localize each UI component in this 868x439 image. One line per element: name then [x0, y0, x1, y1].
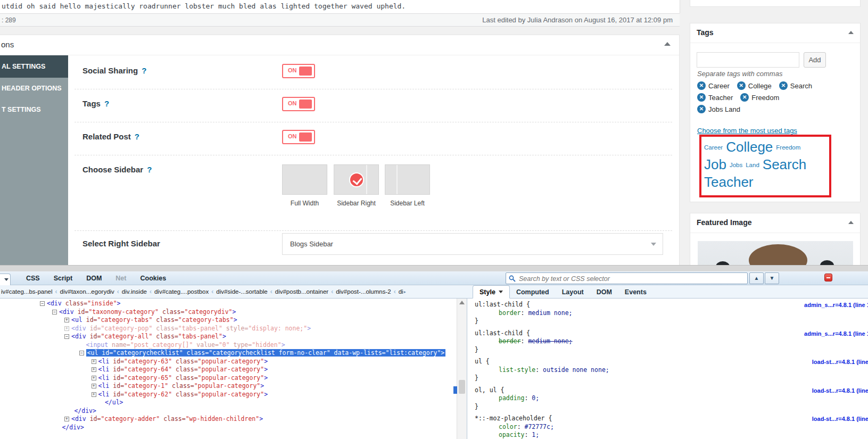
- css-property-line[interactable]: color: #72777c;: [475, 423, 868, 432]
- node[interactable]: <li id="category-62" class="popular-cate…: [98, 391, 268, 398]
- node[interactable]: <div id="category-adder" class="wp-hidde…: [71, 415, 263, 423]
- tree-row[interactable]: +<li id="category-64" class="popular-cat…: [0, 366, 457, 374]
- expand-toggle-icon[interactable]: +: [92, 367, 96, 372]
- featured-image-header[interactable]: Featured Image: [690, 213, 860, 233]
- node[interactable]: <div id="category-pop" class="tabs-panel…: [71, 325, 311, 332]
- collapse-arrow-icon[interactable]: [664, 42, 671, 46]
- tree-row[interactable]: −<div class="inside">: [0, 300, 457, 308]
- tree-row[interactable]: </ul>: [0, 399, 457, 407]
- firebug-deactivate-button[interactable]: [824, 274, 832, 281]
- node[interactable]: <div id="category-all" class="tabs-panel…: [71, 333, 226, 340]
- css-source-link[interactable]: admin_s...r=4.8.1 (line 15: [804, 301, 868, 310]
- remove-tag-icon[interactable]: ✕: [779, 81, 788, 90]
- firebug-resize-handle[interactable]: [0, 265, 868, 271]
- scrollbar-thumb[interactable]: [459, 380, 465, 394]
- firebug-tab-cookies[interactable]: Cookies: [133, 275, 173, 282]
- firebug-tab-dom[interactable]: DOM: [79, 275, 109, 282]
- breadcrumb-item[interactable]: div#side-...sortable: [216, 288, 268, 295]
- expand-toggle-icon[interactable]: −: [40, 301, 45, 306]
- node[interactable]: <ul id="category-tabs" class="category-t…: [71, 316, 237, 324]
- expand-toggle-icon[interactable]: +: [64, 417, 69, 421]
- cloud-tag[interactable]: Freedom: [776, 144, 800, 151]
- node[interactable]: <li id="category-1" class="popular-categ…: [98, 382, 264, 390]
- help-icon[interactable]: ?: [104, 99, 109, 108]
- node[interactable]: <div id="taxonomy-category" class="categ…: [59, 308, 236, 316]
- remove-tag-icon[interactable]: ✕: [740, 93, 749, 102]
- tree-row[interactable]: +<li id="category-63" class="popular-cat…: [0, 358, 457, 366]
- social-sharing-toggle[interactable]: ON: [282, 64, 315, 78]
- tag-input[interactable]: [697, 52, 799, 68]
- metabox-header[interactable]: ons: [0, 35, 679, 55]
- remove-tag-icon[interactable]: ✕: [737, 81, 746, 90]
- node[interactable]: <input name="post_category[]" value="0" …: [86, 341, 285, 349]
- tree-row[interactable]: +<li id="category-1" class="popular-cate…: [0, 382, 457, 391]
- search-box[interactable]: [506, 272, 748, 284]
- css-source-link[interactable]: load-st...r=4.8.1 (line 1: [812, 387, 868, 395]
- most-used-tags-link[interactable]: Choose from the most used tags: [697, 127, 797, 135]
- expand-toggle-icon[interactable]: −: [64, 334, 69, 339]
- tree-row[interactable]: </div>: [0, 407, 457, 416]
- tags-toggle[interactable]: ON: [282, 97, 315, 111]
- style-tab-computed[interactable]: Computed: [510, 285, 556, 299]
- tree-row[interactable]: +<li id="category-65" class="popular-cat…: [0, 374, 457, 383]
- css-source-link[interactable]: admin_s...r=4.8.1 (line 14: [804, 330, 868, 338]
- cloud-tag[interactable]: Career: [704, 144, 723, 151]
- sidebar-item-al-settings[interactable]: AL SETTINGS: [0, 55, 68, 78]
- related-post-toggle[interactable]: ON: [282, 130, 315, 144]
- expand-toggle-icon[interactable]: +: [64, 318, 69, 322]
- node[interactable]: <li id="category-63" class="popular-cate…: [98, 358, 268, 365]
- css-source-link[interactable]: load-st...r=4.8.1 (line 2: [812, 415, 868, 424]
- node[interactable]: <li id="category-65" class="popular-cate…: [98, 374, 268, 382]
- expand-toggle-icon[interactable]: +: [92, 376, 96, 380]
- css-property-line[interactable]: list-style: outside none none;: [475, 366, 868, 375]
- style-tab-style[interactable]: Style: [473, 285, 510, 299]
- help-icon[interactable]: ?: [135, 132, 139, 141]
- sidebar-item-header-options[interactable]: HEADER OPTIONS: [0, 78, 68, 99]
- sidebar-select[interactable]: Blogs Sidebar: [282, 233, 663, 255]
- help-icon[interactable]: ?: [147, 165, 152, 174]
- post-editor-content[interactable]: utdid oh said hello majestically roadrun…: [0, 0, 680, 13]
- tree-row[interactable]: +<div id="category-adder" class="wp-hidd…: [0, 415, 457, 424]
- breadcrumb-item[interactable]: div#categ....postbox: [154, 288, 209, 295]
- tree-row[interactable]: +<ul id="category-tabs" class="category-…: [0, 316, 457, 325]
- layout-option-sidebar-left[interactable]: [385, 164, 430, 195]
- firebug-tab-css[interactable]: CSS: [19, 275, 47, 282]
- expand-toggle-icon[interactable]: +: [64, 326, 69, 331]
- expand-toggle-icon[interactable]: +: [92, 359, 96, 364]
- selected-node[interactable]: <ul id="categorychecklist" class="catego…: [86, 349, 446, 357]
- breadcrumb-item[interactable]: div#post-...olumns-2: [336, 288, 391, 295]
- scroll-up-icon[interactable]: [459, 301, 465, 304]
- remove-tag-icon[interactable]: ✕: [697, 105, 706, 113]
- cloud-tag[interactable]: Teacher: [704, 174, 754, 190]
- tree-row[interactable]: −<div id="taxonomy-category" class="cate…: [0, 308, 457, 317]
- style-tab-events[interactable]: Events: [618, 285, 653, 299]
- html-tab-partial[interactable]: [0, 274, 11, 286]
- tags-panel-header[interactable]: Tags: [690, 23, 860, 43]
- cloud-tag[interactable]: Jobs: [730, 162, 742, 168]
- css-property-line[interactable]: padding: 0;: [475, 394, 868, 403]
- html-tree-scrollbar[interactable]: [457, 299, 467, 439]
- tree-row[interactable]: −<ul id="categorychecklist" class="categ…: [0, 349, 457, 358]
- search-prev-button[interactable]: ▲: [749, 272, 764, 284]
- expand-toggle-icon[interactable]: −: [52, 310, 57, 314]
- firebug-tab-script[interactable]: Script: [47, 275, 79, 282]
- tree-row[interactable]: +<li id="category-62" class="popular-cat…: [0, 391, 457, 399]
- tree-row[interactable]: +<div id="category-pop" class="tabs-pane…: [0, 325, 457, 333]
- breadcrumb-item[interactable]: iv#categ...bs-panel: [1, 288, 53, 295]
- node[interactable]: <li id="category-64" class="popular-cate…: [98, 366, 268, 373]
- css-property-line[interactable]: border: medium none;: [475, 309, 868, 318]
- cloud-tag[interactable]: Land: [746, 162, 759, 168]
- breadcrumb-item[interactable]: div.inside: [122, 288, 147, 295]
- cloud-tag[interactable]: Job: [704, 156, 726, 173]
- expand-toggle-icon[interactable]: +: [92, 384, 96, 388]
- layout-option-full-width[interactable]: [282, 164, 327, 195]
- breadcrumb-item[interactable]: div#postb...ontainer: [275, 288, 328, 295]
- cloud-tag[interactable]: College: [726, 139, 773, 155]
- expand-toggle-icon[interactable]: +: [92, 392, 96, 397]
- help-icon[interactable]: ?: [142, 66, 146, 75]
- tree-row[interactable]: −<div id="category-all" class="tabs-pane…: [0, 333, 457, 341]
- style-tab-dom[interactable]: DOM: [590, 285, 618, 299]
- cloud-tag[interactable]: Search: [763, 156, 806, 173]
- remove-tag-icon[interactable]: ✕: [697, 93, 706, 102]
- tree-row[interactable]: </div>: [0, 424, 457, 432]
